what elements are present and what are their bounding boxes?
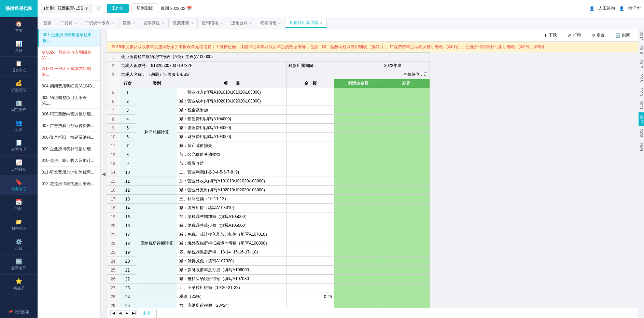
year-2021[interactable]: 2021 — [639, 98, 644, 112]
tab-invoice-open-close[interactable]: × — [191, 21, 193, 25]
sidebar-item-payroll[interactable]: 👥 工资 — [0, 116, 38, 136]
year-2023[interactable]: 2023 — [639, 126, 644, 140]
form-item-005[interactable]: 005-纳税调整项目明细表(A1... — [38, 92, 100, 109]
refresh-button[interactable]: 🔄 刷新 — [613, 31, 633, 40]
form-item-007[interactable]: 007-广告费和业务宣传费摊... — [38, 120, 100, 132]
sidebar-item-settings[interactable]: ⚙️ 设置 — [0, 235, 38, 255]
sidebar-item-label: 畅会员 — [13, 286, 25, 291]
reset-button[interactable]: ↺ 重置 — [589, 31, 607, 40]
col-d-5[interactable] — [286, 88, 334, 97]
tab-sales-ledger-close[interactable]: × — [250, 21, 252, 25]
sidebar-item-tax[interactable]: 🔖 税务管理 — [0, 176, 38, 195]
sidebar-item-label: 新手引导 — [11, 266, 26, 271]
year-2017[interactable]: 2017 — [639, 57, 644, 71]
year-2018[interactable]: 2018 — [639, 71, 644, 84]
year-2020[interactable]: 2020 — [639, 85, 644, 98]
col-f-header: 差异 — [382, 79, 430, 88]
tab-tax-table-label: 税表清册 — [260, 20, 277, 26]
sidebar-item-sales[interactable]: 📈 进销台账 — [0, 156, 38, 176]
tab-invoice-tax[interactable]: 发票算税 × — [139, 18, 168, 28]
tab-home[interactable]: 首页 — [39, 18, 56, 28]
col-a-5[interactable]: 1 — [119, 88, 136, 97]
tab-invoice-close[interactable]: × — [133, 21, 135, 25]
table-row: 5 1 利润总额计算 一、营业收入(填写A101010\101020\10300… — [107, 88, 430, 97]
taxpayer-id-label: 纳税人识别号： — [121, 63, 150, 68]
form-item-006[interactable]: 006-职工薪酬纳税调整明细... — [38, 109, 100, 120]
tab-sales-ledger-label: 进销台账 — [231, 20, 248, 26]
form-list-panel: 001-企业所得税年度纳税申报... ⊙002-一般企业收入明细表(A1... … — [38, 29, 101, 318]
scroll-last-btn[interactable]: ▶| — [131, 310, 137, 316]
form-item-010[interactable]: 010-免税、减计收入及加计... — [38, 155, 100, 167]
form-item-009[interactable]: 009-企业所得税补亏损明细... — [38, 143, 100, 155]
col-c-5[interactable]: 一、营业收入(填写A101010\101020\103000) — [177, 88, 286, 97]
tab-sales-ledger[interactable]: 进销台账 × — [227, 18, 256, 28]
row-num: 5 — [107, 88, 119, 97]
scroll-next-btn[interactable]: ▶ — [124, 310, 130, 316]
tab-income-tax[interactable]: 所得税汇算清缴 × — [285, 18, 327, 28]
sidebar-item-reports[interactable]: 📋 报表中心 — [0, 57, 38, 77]
tab-audit[interactable]: 进销稽核 × — [198, 18, 227, 28]
sidebar-item-home[interactable]: 🏠 首页 — [0, 17, 38, 37]
document-icon-btn[interactable]: 📄 — [95, 4, 104, 13]
topbar-right: 👤 人工咨询 👤 徐洋华 — [589, 5, 641, 11]
workstation-button[interactable]: 工作台 — [107, 4, 129, 13]
tab-income-tax-close[interactable]: × — [320, 21, 322, 25]
col-f-5[interactable] — [382, 88, 430, 97]
form-item-011[interactable]: 011-研发费用加计扣除优惠... — [38, 167, 100, 178]
download-button[interactable]: ⬇ 下载 — [541, 31, 560, 40]
year-2022[interactable]: 2022 — [639, 112, 644, 126]
switch-version-button[interactable]: 切到旧版 — [131, 3, 158, 13]
tab-invoice[interactable]: 发票 × — [118, 18, 139, 28]
year-2016[interactable]: 2016 — [639, 43, 644, 57]
tab-income-tax-label: 所得税汇算清缴 — [290, 20, 318, 26]
tab-invoice-tax-close[interactable]: × — [162, 21, 164, 25]
sidebar-item-member[interactable]: ⭐ 畅会员 — [0, 275, 38, 294]
service-icon: 👤 — [589, 6, 594, 11]
collapse-panel-btn[interactable]: ◀ — [101, 29, 107, 318]
sidebar-item-ledger[interactable]: 📊 总账 — [0, 37, 38, 57]
company-selector[interactable]: (勿删）江西服宝-LSS ▼ — [41, 4, 92, 13]
tab-tax-table[interactable]: 税表清册 × — [256, 18, 285, 28]
content-area: 001-企业所得税年度纳税申报... ⊙002-一般企业收入明细表(A1... … — [38, 29, 644, 318]
form-item-008[interactable]: 008-资产折旧、摊销及纳税... — [38, 132, 100, 143]
col-e-5[interactable] — [334, 88, 382, 97]
tab-payroll[interactable]: 工资表 × — [56, 18, 81, 28]
bottom-tab-main[interactable]: 主表 — [137, 309, 157, 318]
tab-payroll-stats[interactable]: 工资统计报表 × — [81, 18, 118, 28]
sheet-container[interactable]: 1 企业所得税年度纳税申报表（A类）主表(A100000) 2 纳税人识别号： … — [107, 52, 638, 308]
scroll-first-btn[interactable]: |◀ — [110, 310, 116, 316]
year-2024[interactable]: 2024 — [639, 140, 644, 154]
tab-payroll-close[interactable]: × — [74, 21, 76, 25]
tab-bar: 首页 工资表 × 工资统计报表 × 发票 × 发票算税 × 发票开票 × — [38, 17, 644, 29]
tab-audit-close[interactable]: × — [220, 21, 222, 25]
scroll-prev-btn[interactable]: ◀ — [117, 310, 123, 316]
tab-payroll-stats-close[interactable]: × — [112, 21, 114, 25]
form-item-002[interactable]: ⊙002-一般企业收入明细表(A1... — [38, 47, 100, 63]
col-b-header: 类别 — [136, 79, 177, 88]
form-item-001[interactable]: 001-企业所得税年度纳税申报... — [38, 29, 100, 47]
sidebar-items-list: 🏠 首页 📊 总账 📋 报表中心 💰 资金管理 🏢 固定资产 👥 工资 — [0, 17, 38, 306]
sidebar-item-archive[interactable]: 📁 归档管理 — [0, 215, 38, 235]
service-label[interactable]: 人工咨询 — [599, 5, 615, 11]
invoices-icon: 🧾 — [15, 139, 22, 146]
newguide-icon: 🆕 — [15, 258, 22, 265]
print-button[interactable]: 🖨 打印 — [565, 31, 584, 40]
table-row-info1: 2 纳税人识别号： 91320500703719732P 税款所属期间： 202… — [107, 61, 430, 70]
year-2019[interactable]: 2019 — [639, 29, 644, 43]
funds-icon: 💰 — [15, 80, 22, 86]
sidebar-item-funds[interactable]: 💰 资金管理 — [0, 77, 38, 96]
sales-icon: 📈 — [15, 159, 22, 166]
sidebar-item-newguide[interactable]: 🆕 新手引导 — [0, 255, 38, 275]
sidebar-item-label: 固定资产 — [11, 107, 26, 112]
sidebar-footer-pin[interactable]: 📌 取消固定 — [0, 306, 38, 318]
sidebar-item-period[interactable]: 📅 结账 — [0, 195, 38, 215]
sidebar-item-assets[interactable]: 🏢 固定资产 — [0, 96, 38, 116]
tab-invoice-open[interactable]: 发票开票 × — [169, 18, 198, 28]
col-a-header: 行次 — [119, 79, 136, 88]
form-item-003[interactable]: ⊙003-一般企业成本支出明细... — [38, 63, 100, 81]
sidebar-item-invoices[interactable]: 🧾 发票管理 — [0, 136, 38, 156]
table-row-title: 1 企业所得税年度纳税申报表（A类）主表(A100000) — [107, 53, 430, 61]
tab-tax-table-close[interactable]: × — [279, 21, 281, 25]
form-item-004[interactable]: 004-期间费用明细表(A1040... — [38, 81, 100, 92]
form-item-012[interactable]: 012-减免所得税优惠明细表... — [38, 178, 100, 190]
